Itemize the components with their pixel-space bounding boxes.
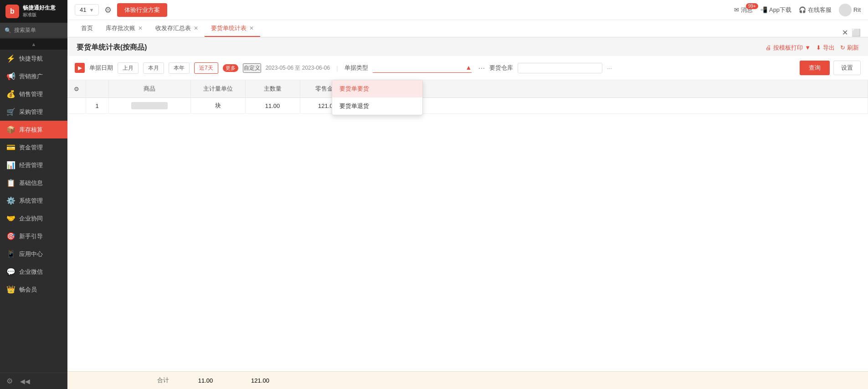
date-more-badge[interactable]: 更多 xyxy=(223,64,238,72)
message-button[interactable]: ✉ 消息 99+ xyxy=(734,6,753,14)
settings-button[interactable]: 设置 xyxy=(833,61,861,75)
sidebar-item-label: 采购管理 xyxy=(19,108,43,116)
dropdown-item-order-goods[interactable]: 要货单要货 xyxy=(332,80,422,97)
row-empty-cell xyxy=(354,98,868,114)
topbar-settings-icon[interactable]: ⚙ xyxy=(104,5,112,15)
logo-icon: b xyxy=(5,5,19,18)
sidebar-item-guide[interactable]: 🎯 新手引导 xyxy=(0,227,67,245)
sidebar-search[interactable]: 🔍 搜索菜单 xyxy=(0,23,67,38)
trial-button[interactable]: 体验行业方案 xyxy=(117,3,167,17)
enterprise-icon: 🤝 xyxy=(6,214,15,223)
sidebar-item-member[interactable]: 👑 畅会员 xyxy=(0,281,67,298)
search-icon: 🔍 xyxy=(5,27,11,34)
date-last-month[interactable]: 上月 xyxy=(118,62,139,74)
user-avatar[interactable]: Rit xyxy=(839,4,861,16)
sidebar-item-label: 营销推广 xyxy=(19,72,43,81)
app-download-label: App下载 xyxy=(769,6,791,14)
tab-home[interactable]: 首页 xyxy=(75,20,99,37)
sidebar-item-marketing[interactable]: 📢 营销推广 xyxy=(0,67,67,85)
type-filter-chevron[interactable]: ▲ xyxy=(466,64,472,71)
operation-icon: 📊 xyxy=(6,161,15,169)
export-button[interactable]: ⬇ 导出 xyxy=(816,44,835,52)
table-container: ⚙ 商品 主计量单位 主数量 零售金额 1 xyxy=(67,80,868,371)
message-badge: 99+ xyxy=(746,3,758,9)
tab-expand-icon[interactable]: ⬜ xyxy=(852,28,861,37)
tab-order-summary[interactable]: 要货单统计表 ✕ xyxy=(205,20,260,37)
date-this-year[interactable]: 本年 xyxy=(169,62,190,74)
sidebar-item-sales[interactable]: 💰 销售管理 xyxy=(0,85,67,103)
table-header: ⚙ 商品 主计量单位 主数量 零售金额 xyxy=(67,80,868,98)
quick-nav-icon: ⚡ xyxy=(6,54,15,63)
sidebar-item-label: 畅会员 xyxy=(19,286,37,294)
tab-recv-summary-close[interactable]: ✕ xyxy=(194,25,198,31)
appstore-icon: 📱 xyxy=(6,250,15,258)
sidebar-item-system[interactable]: ⚙️ 系统管理 xyxy=(0,192,67,210)
marketing-icon: 📢 xyxy=(6,72,15,81)
print-button[interactable]: 🖨 按模板打印 ▼ xyxy=(765,44,811,52)
refresh-button[interactable]: ↻ 刷新 xyxy=(840,44,859,52)
date-this-month[interactable]: 本月 xyxy=(143,62,164,74)
sidebar-item-operation[interactable]: 📊 经营管理 xyxy=(0,156,67,174)
sidebar-item-label: 企业协同 xyxy=(19,215,43,223)
col-unit-header: 主计量单位 xyxy=(190,80,245,98)
org-name: 41 xyxy=(80,6,86,13)
message-icon: ✉ xyxy=(734,6,739,13)
filter-bar: ▶ 单据日期 上月 本月 本年 近7天 更多 自定义 2023-05-06 至 … xyxy=(67,56,868,80)
sidebar-item-enterprise[interactable]: 🤝 企业协同 xyxy=(0,210,67,227)
app-download-button[interactable]: 📲 App下载 xyxy=(760,6,791,14)
base-icon: 📋 xyxy=(6,179,15,187)
warehouse-label: 要货仓库 xyxy=(489,64,513,72)
sidebar-item-label: 企业微信 xyxy=(19,268,43,276)
row-settings-cell xyxy=(67,98,86,114)
filter-more-icon[interactable]: ··· xyxy=(478,63,485,73)
print-chevron-icon: ▼ xyxy=(805,44,811,51)
sidebar-item-inventory[interactable]: 📦 库存核算 xyxy=(0,121,67,138)
filter-expand-button[interactable]: ▶ xyxy=(75,63,85,73)
tab-inventory-batch-label: 库存批次账 xyxy=(106,24,135,32)
user-name: Rit xyxy=(853,6,861,13)
sidebar-item-appstore[interactable]: 📱 应用中心 xyxy=(0,245,67,263)
system-icon: ⚙️ xyxy=(6,196,15,205)
sales-icon: 💰 xyxy=(6,90,15,98)
main-content: 41 ▼ ⚙ 体验行业方案 ✉ 消息 99+ 📲 App下载 🎧 在线客服 R xyxy=(67,0,868,389)
page-title: 要货单统计表(按商品) xyxy=(77,43,147,52)
sidebar-settings-icon[interactable]: ⚙ xyxy=(6,377,13,385)
col-empty-header xyxy=(354,80,868,98)
row-seq-cell: 1 xyxy=(86,98,108,114)
warehouse-input[interactable] xyxy=(518,63,602,73)
tab-recv-summary[interactable]: 收发存汇总表 ✕ xyxy=(149,20,205,37)
filter-actions: 查询 设置 xyxy=(800,61,861,75)
sidebar-item-base[interactable]: 📋 基础信息 xyxy=(0,174,67,192)
online-service-button[interactable]: 🎧 在线客服 xyxy=(799,6,832,14)
product-name-blurred xyxy=(131,102,168,109)
page-header: 要货单统计表(按商品) 🖨 按模板打印 ▼ ⬇ 导出 ↻ 刷新 xyxy=(67,37,868,56)
online-service-label: 在线客服 xyxy=(808,6,832,14)
type-filter-input[interactable] xyxy=(373,63,464,72)
sidebar-item-purchase[interactable]: 🛒 采购管理 xyxy=(0,103,67,121)
footer-label: 合计 xyxy=(73,376,169,384)
tab-inventory-batch[interactable]: 库存批次账 ✕ xyxy=(99,20,149,37)
sidebar-collapse-top[interactable]: ▲ xyxy=(0,39,67,50)
online-service-icon: 🎧 xyxy=(799,6,806,13)
tab-order-summary-label: 要货单统计表 xyxy=(211,24,247,32)
page-actions: 🖨 按模板打印 ▼ ⬇ 导出 ↻ 刷新 xyxy=(765,44,859,52)
dropdown-item-order-return[interactable]: 要货单退货 xyxy=(332,97,422,115)
export-icon: ⬇ xyxy=(816,44,821,51)
org-selector[interactable]: 41 ▼ xyxy=(75,4,99,15)
type-filter-label: 单据类型 xyxy=(344,64,368,72)
sidebar-item-wechat[interactable]: 💬 企业微信 xyxy=(0,263,67,281)
member-icon: 👑 xyxy=(6,285,15,294)
wechat-icon: 💬 xyxy=(6,267,15,276)
tab-close-all-icon[interactable]: ✕ xyxy=(842,28,848,37)
sidebar-collapse-icon[interactable]: ◀◀ xyxy=(20,378,30,385)
row-product-cell xyxy=(108,98,190,114)
date-last-7d[interactable]: 近7天 xyxy=(194,62,218,74)
sidebar-item-quick-nav[interactable]: ⚡ 快捷导航 xyxy=(0,50,67,67)
tab-inventory-batch-close[interactable]: ✕ xyxy=(138,25,143,31)
date-custom-btn[interactable]: 自定义 xyxy=(243,63,261,73)
warehouse-more-icon[interactable]: ··· xyxy=(607,65,612,72)
col-settings-header[interactable]: ⚙ xyxy=(67,80,86,98)
tab-order-summary-close[interactable]: ✕ xyxy=(249,25,254,31)
sidebar-item-finance[interactable]: 💳 资金管理 xyxy=(0,138,67,156)
query-button[interactable]: 查询 xyxy=(800,61,830,75)
